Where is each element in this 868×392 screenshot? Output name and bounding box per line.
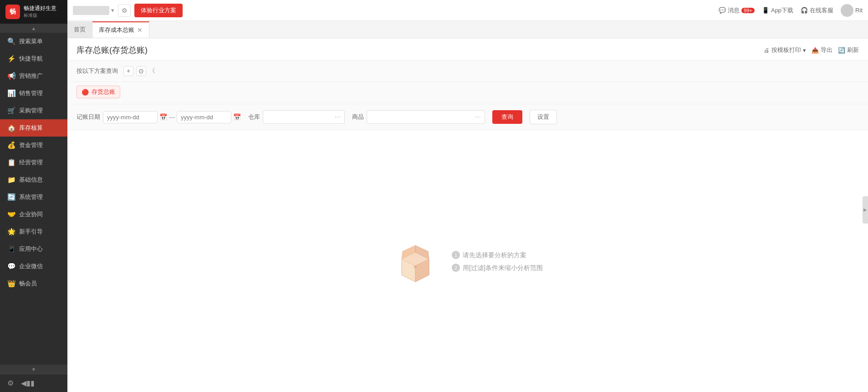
scheme-area: 🔴 存货总账	[67, 82, 868, 104]
purchase-icon: 🛒	[7, 107, 15, 115]
product-select[interactable]: ···	[367, 110, 485, 124]
user-area[interactable]: Rit	[841, 4, 863, 17]
user-avatar	[841, 4, 853, 17]
sidebar-item-shortcut[interactable]: ⚡快捷导航	[0, 50, 67, 67]
wechat-label: 企业微信	[19, 262, 43, 270]
sidebar-item-member[interactable]: 👑畅会员	[0, 275, 67, 292]
sidebar-item-marketing[interactable]: 📢营销推广	[0, 67, 67, 85]
sidebar-item-inventory[interactable]: 🏠库存核算	[0, 119, 67, 137]
print-btn[interactable]: 🖨 按模板打印 ▾	[764, 46, 806, 54]
sidebar-item-system[interactable]: 🔄系统管理	[0, 188, 67, 206]
app-badge: 标准版	[24, 12, 56, 19]
page-content: 库存总账(存货总账) 🖨 按模板打印 ▾ 📤 导出 🔄 刷新 按以下方案查	[67, 38, 868, 392]
refresh-btn[interactable]: 🔄 刷新	[838, 46, 859, 54]
sidebar-item-apps[interactable]: 📱应用中心	[0, 240, 67, 258]
header-actions: 🖨 按模板打印 ▾ 📤 导出 🔄 刷新	[764, 46, 859, 54]
scheme-label: 存货总账	[92, 88, 115, 96]
message-icon: 💬	[719, 7, 726, 14]
product-more-icon[interactable]: ···	[475, 113, 481, 121]
print-label: 按模板打印	[771, 46, 801, 54]
tab-inventory-label: 库存成本总账	[99, 26, 134, 34]
warehouse-more-icon[interactable]: ···	[335, 113, 341, 121]
topbar-left: ▾ ⚙ 体验行业方案	[73, 4, 715, 17]
warehouse-label: 仓库	[248, 113, 260, 121]
tab-home[interactable]: 首页	[67, 21, 92, 38]
svg-point-6	[414, 265, 417, 268]
user-name: Rit	[855, 7, 863, 14]
sidebar-item-sales[interactable]: 📊销售管理	[0, 85, 67, 102]
empty-tip-2: 2 用[过滤]条件来缩小分析范围	[452, 261, 543, 274]
sidebar-item-operation[interactable]: 📋经营管理	[0, 154, 67, 171]
date-end-input[interactable]	[177, 111, 231, 123]
calendar-start-icon[interactable]: 📅	[159, 113, 167, 121]
wechat-icon: 💬	[7, 262, 15, 270]
tip1-num: 1	[452, 251, 460, 259]
message-btn[interactable]: 💬 消息 99+	[719, 6, 755, 15]
sidebar: 畅 畅捷通好生意 标准版 ▲ 🔍搜索菜单⚡快捷导航📢营销推广📊销售管理🛒采购管理…	[0, 0, 67, 392]
product-label: 商品	[352, 113, 364, 121]
filter-setting-btn[interactable]: ⊙	[136, 66, 146, 76]
tab-close-btn[interactable]: ✕	[137, 26, 143, 34]
refresh-icon: 🔄	[838, 47, 845, 54]
phone-icon: 📱	[762, 7, 769, 14]
sales-icon: 📊	[7, 89, 15, 97]
page-header: 库存总账(存货总账) 🖨 按模板打印 ▾ 📤 导出 🔄 刷新	[67, 38, 868, 61]
scroll-up-btn[interactable]: ▲	[0, 24, 67, 33]
empty-tips: 1 请先选择要分析的方案 2 用[过滤]条件来缩小分析范围	[452, 249, 543, 274]
warehouse-select[interactable]: ···	[263, 110, 345, 124]
topbar: ▾ ⚙ 体验行业方案 💬 消息 99+ 📱 App下载 🎧 在线客服 Rit	[67, 0, 868, 21]
enterprise-icon: 🤝	[7, 210, 15, 219]
message-label: 消息	[728, 6, 740, 15]
sidebar-item-enterprise[interactable]: 🤝企业协同	[0, 206, 67, 223]
settings-btn[interactable]: 设置	[530, 110, 557, 124]
filter-add-btn[interactable]: ＋	[123, 66, 133, 76]
warehouse-field: 仓库 ···	[248, 110, 345, 124]
trial-btn[interactable]: 体验行业方案	[134, 4, 183, 17]
sidebar-item-wechat[interactable]: 💬企业微信	[0, 258, 67, 275]
apps-icon: 📱	[7, 245, 15, 253]
apps-label: 应用中心	[19, 245, 43, 253]
marketing-label: 营销推广	[19, 72, 43, 80]
online-service-btn[interactable]: 🎧 在线客服	[801, 6, 833, 15]
message-badge: 99+	[741, 8, 755, 13]
product-field: 商品 ···	[352, 110, 485, 124]
filter-label: 按以下方案查询	[77, 67, 118, 75]
sidebar-item-basic[interactable]: 📁基础信息	[0, 171, 67, 188]
member-icon: 👑	[7, 280, 15, 288]
sidebar-item-purchase[interactable]: 🛒采购管理	[0, 102, 67, 119]
filter-collapse-btn[interactable]: 《	[149, 67, 155, 75]
empty-illustration	[393, 239, 438, 284]
scroll-down-btn[interactable]: ▼	[0, 365, 67, 374]
audio-footer-icon[interactable]: ◀▮▮	[21, 379, 35, 387]
search-icon: 🔍	[7, 37, 15, 46]
breadcrumb: ▾	[73, 6, 114, 15]
app-download-btn[interactable]: 📱 App下载	[762, 6, 793, 15]
sidebar-footer: ⚙ ◀▮▮	[0, 374, 67, 392]
warehouse-value	[267, 114, 293, 121]
sidebar-item-search[interactable]: 🔍搜索菜单	[0, 33, 67, 50]
export-icon: 📤	[812, 47, 819, 54]
topbar-gear-btn[interactable]: ⚙	[118, 4, 131, 17]
breadcrumb-dropdown-icon[interactable]: ▾	[111, 7, 114, 14]
app-download-label: App下载	[771, 6, 793, 15]
print-dropdown-icon: ▾	[803, 47, 806, 54]
headset-icon: 🎧	[801, 7, 808, 14]
basic-icon: 📁	[7, 176, 15, 184]
calendar-end-icon[interactable]: 📅	[233, 113, 241, 121]
finance-label: 资金管理	[19, 141, 43, 149]
empty-state: 1 请先选择要分析的方案 2 用[过滤]条件来缩小分析范围	[393, 239, 543, 284]
tab-inventory-ledger[interactable]: 库存成本总账 ✕	[92, 21, 149, 38]
query-btn[interactable]: 查询	[492, 110, 522, 124]
scheme-tag[interactable]: 🔴 存货总账	[77, 86, 120, 98]
export-btn[interactable]: 📤 导出	[812, 46, 832, 54]
operation-icon: 📋	[7, 158, 15, 167]
tab-home-label: 首页	[74, 25, 86, 34]
empty-tip-1: 1 请先选择要分析的方案	[452, 249, 543, 261]
main-area: ▾ ⚙ 体验行业方案 💬 消息 99+ 📱 App下载 🎧 在线客服 Rit	[67, 0, 868, 392]
right-collapse-btn[interactable]: ▶	[863, 196, 868, 224]
sidebar-item-finance[interactable]: 💰资金管理	[0, 137, 67, 154]
filter-actions: ＋ ⊙ 《	[123, 66, 155, 76]
settings-footer-icon[interactable]: ⚙	[7, 379, 14, 387]
sidebar-item-guide[interactable]: 🌟新手引导	[0, 223, 67, 240]
date-start-input[interactable]	[103, 111, 158, 123]
